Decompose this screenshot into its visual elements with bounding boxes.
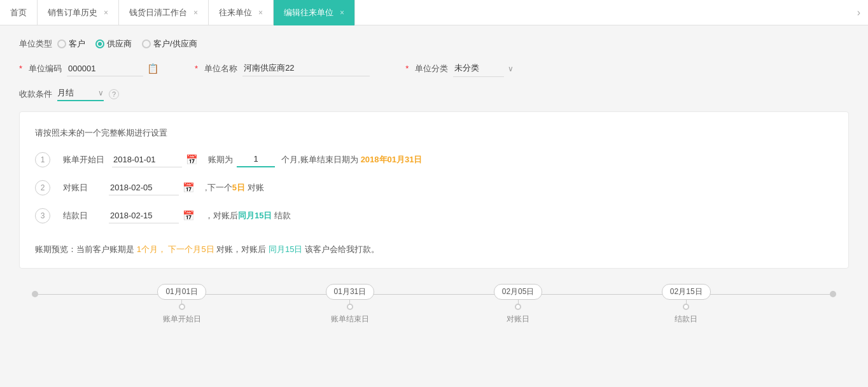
unit-type-radio-group: 客户 供应商 客户/供应商 [57,38,197,50]
timeline-dot-2 [347,304,353,310]
tab-home[interactable]: 首页 [0,0,38,25]
step1-period-input[interactable] [237,151,275,167]
unit-code-name-row: * 单位编码 📋 * 单位名称 * 单位分类 未分类 ∨ [19,60,849,77]
setting-row-3: 3 结款日 📅 ，对账后 同月15日 结款 [35,208,833,223]
timeline-badge-2: 01月31日 [326,284,375,300]
payment-condition-dropdown-icon[interactable]: ∨ [98,88,104,97]
preview-payment-date: 同月15日 [269,244,302,254]
setting-row-1: 1 账单开始日 📅 账期为 个月,账单结束日期为 2018年01月31日 [35,151,833,167]
unit-category-star: * [405,64,409,73]
radio-supplier[interactable]: 供应商 [95,38,132,50]
tab-related-unit-close[interactable]: × [258,8,263,17]
step3-label: 结款日 [63,210,101,222]
tab-sales-order-history[interactable]: 销售订单历史 × [38,0,119,25]
step2-highlight: 5日 [232,182,245,194]
unit-code-input[interactable] [67,61,143,76]
tab-sales-order-label: 销售订单历史 [48,7,97,18]
preview-end: 该客户会给我打款。 [305,244,379,254]
timeline-point-2: 01月31日 账单结束日 [326,284,375,325]
setting-card: 请按照未来的一个完整帐期进行设置 1 账单开始日 📅 账期为 个月,账单结束日期… [19,111,849,269]
timeline-points: 01月01日 账单开始日 01月31日 账单结束日 02月05日 对账日 [32,284,836,325]
timeline-label-2: 账单结束日 [331,314,369,325]
payment-condition-value: 月结 [57,87,95,99]
step2-calendar-icon[interactable]: 📅 [183,182,195,194]
step1-calendar-icon[interactable]: 📅 [186,154,198,165]
radio-customer-label: 客户 [69,38,85,50]
step3-suffix: 结款 [274,210,291,222]
unit-code-star: * [19,64,22,73]
timeline-label-4: 结款日 [675,314,697,325]
tab-home-label: 首页 [10,7,27,18]
timeline-point-3: 02月05日 对账日 [494,284,543,325]
step-num-2: 2 [35,180,50,195]
timeline-label-3: 对账日 [507,314,529,325]
unit-category-value: 未分类 [453,60,504,77]
timeline-dot-1 [179,304,185,310]
timeline-point-1: 01月01日 账单开始日 [157,284,206,325]
radio-customer-circle [57,39,66,48]
payment-condition-help-icon[interactable]: ? [109,89,119,99]
step3-date-input[interactable] [109,208,179,223]
timeline-end-dot [830,291,836,297]
timeline-badge-4: 02月15日 [662,284,711,300]
timeline-dot-3 [515,304,521,310]
unit-code-copy-icon[interactable]: 📋 [147,63,159,74]
card-title: 请按照未来的一个完整帐期进行设置 [35,127,833,139]
payment-condition-select-wrapper[interactable]: 月结 ∨ [57,87,104,101]
unit-type-row: 单位类型 客户 供应商 客户/供应商 [19,38,849,50]
step1-period-unit: 个月,账单结束日期为 [281,154,358,165]
unit-code-label: 单位编码 [29,63,62,74]
preview-period: 1个月， [137,244,166,254]
unit-name-label: 单位名称 [204,63,237,74]
radio-both-circle [142,39,151,48]
unit-code-wrapper: 📋 [67,61,159,76]
payment-condition-label: 收款条件 [19,88,52,100]
timeline-start-dot [32,291,38,297]
timeline-badge-3: 02月05日 [494,284,543,300]
tab-related-unit-label: 往来单位 [219,7,252,18]
preview-middle: 对账，对账后 [216,244,266,254]
unit-category-wrapper: 未分类 ∨ [453,60,514,77]
unit-category-label: 单位分类 [415,63,448,74]
timeline-label-1: 账单开始日 [163,314,201,325]
radio-both-label: 客户/供应商 [153,38,197,50]
unit-category-dropdown-icon[interactable]: ∨ [508,64,514,73]
step3-calendar-icon[interactable]: 📅 [183,210,195,222]
step3-highlight: 同月15日 [238,210,272,222]
step2-prefix: ,下一个 [205,182,232,194]
timeline-section: 01月01日 账单开始日 01月31日 账单结束日 02月05日 对账日 [19,284,849,325]
step1-date-input[interactable] [112,152,182,167]
tab-sales-order-close[interactable]: × [104,8,108,17]
preview-text: 账期预览：当前客户账期是 1个月， 下一个月5日 对账，对账后 同月15日 该客… [35,234,833,255]
timeline-end-circle [830,291,836,297]
tab-more-button[interactable]: › [850,7,868,18]
setting-row-2: 2 对账日 📅 ,下一个 5日 对账 [35,180,833,195]
radio-both[interactable]: 客户/供应商 [142,38,197,50]
step2-date-input[interactable] [109,180,179,195]
tabs-bar: 首页 销售订单历史 × 钱货日清工作台 × 往来单位 × 编辑往来单位 × › [0,0,868,25]
step1-end-date: 2018年01月31日 [361,154,423,165]
tab-edit-related-unit[interactable]: 编辑往来单位 × [274,0,355,25]
timeline-start-circle [32,291,38,297]
radio-supplier-label: 供应商 [107,38,132,50]
tab-cash-work[interactable]: 钱货日清工作台 × [119,0,209,25]
radio-supplier-circle [95,39,104,48]
unit-name-input[interactable] [242,61,370,76]
step3-prefix: ，对账后 [205,210,238,222]
tab-cash-work-label: 钱货日清工作台 [129,7,187,18]
unit-type-label: 单位类型 [19,38,52,50]
step-num-1: 1 [35,152,50,167]
payment-condition-row: 收款条件 月结 ∨ ? [19,87,849,101]
timeline-badge-1: 01月01日 [157,284,206,300]
tab-edit-related-unit-close[interactable]: × [340,8,344,17]
step1-period-label: 账期为 [208,154,233,165]
preview-reconcile-date: 下一个月5日 [168,244,214,254]
timeline-dot-4 [683,304,689,310]
tab-cash-work-close[interactable]: × [193,8,198,17]
radio-customer[interactable]: 客户 [57,38,85,50]
step2-label: 对账日 [63,182,101,194]
preview-label: 账期预览：当前客户账期是 [35,244,134,254]
step2-suffix: 对账 [248,182,264,194]
tab-related-unit[interactable]: 往来单位 × [209,0,274,25]
step1-label: 账单开始日 [63,154,104,165]
